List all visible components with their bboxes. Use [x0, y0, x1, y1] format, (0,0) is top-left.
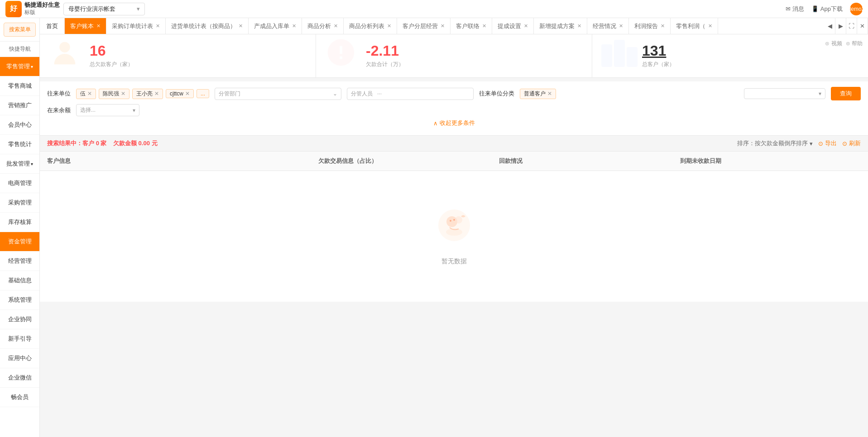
remove-tag-wu[interactable]: ✕ — [87, 90, 92, 97]
filter-tag-chen: 陈民强 ✕ — [99, 89, 129, 99]
empty-text: 暂无数据 — [441, 257, 467, 266]
export-button[interactable]: ⊙ 导出 — [818, 139, 837, 147]
message-button[interactable]: ✉ 消息 — [786, 5, 804, 13]
app-download-button[interactable]: 📱 App下载 — [811, 5, 843, 13]
close-tab-goods-analysis-list[interactable]: ✕ — [387, 23, 391, 29]
remove-tag-wang[interactable]: ✕ — [154, 90, 159, 97]
tab-bar: 首页 客户账本 ✕ 采购订单统计表 ✕ 进货单统计表（按商品） ✕ 产成品入库单… — [40, 18, 868, 34]
tab-maximize[interactable]: ⛶ — [846, 18, 857, 34]
main-layout: 搜索菜单 快捷导航 零售管理 ▾ 零售商城 营销推广 会员中心 零售统计 批发管… — [0, 18, 868, 437]
collapse-button[interactable]: ∧ 收起更多条件 — [47, 116, 861, 130]
category-filter-label: 往来单位分类 — [479, 90, 514, 98]
close-tab-retail-profit[interactable]: ✕ — [708, 23, 712, 29]
logo-area: 好 畅捷通好生意 标版 — [5, 1, 60, 17]
sidebar-item-system[interactable]: 系统管理 — [0, 290, 39, 310]
tab-new-commission[interactable]: 新增提成方案 ✕ — [534, 18, 587, 34]
video-help-button[interactable]: ⊙ 视频 — [825, 40, 842, 48]
person-select[interactable]: 分管人员 ··· — [347, 88, 474, 100]
tab-goods-analysis-list[interactable]: 商品分析列表 ✕ — [344, 18, 397, 34]
sidebar-item-wholesale[interactable]: 批发管理 ▾ — [0, 154, 39, 174]
tab-scroll-right[interactable]: ▶ — [835, 18, 846, 34]
close-tab-goods-analysis[interactable]: ✕ — [334, 23, 338, 29]
store-selector[interactable]: 母婴行业演示帐套 ▾ — [63, 3, 145, 15]
close-tab-commission[interactable]: ✕ — [524, 23, 528, 29]
result-bar: 搜索结果中：客户 0 家 欠款金额 0.00 元 排序：按欠款金额倒序排序 ▾ … — [40, 136, 868, 152]
close-tab-customer-contact[interactable]: ✕ — [482, 23, 486, 29]
close-tab-new-commission[interactable]: ✕ — [577, 23, 581, 29]
sort-button[interactable]: 排序：按欠款金额倒序排序 ▾ — [737, 139, 813, 147]
tab-home[interactable]: 首页 — [40, 18, 65, 34]
help-button[interactable]: ⊙ 帮助 — [846, 40, 863, 48]
stat-label-total: 总客户（家） — [642, 61, 675, 68]
tab-customer-contact[interactable]: 客户联络 ✕ — [451, 18, 492, 34]
result-info: 搜索结果中：客户 0 家 欠款金额 0.00 元 — [47, 139, 158, 147]
tab-profit-report[interactable]: 利润报告 ✕ — [629, 18, 671, 34]
tab-goods-stats[interactable]: 进货单统计表（按商品） ✕ — [166, 18, 249, 34]
message-icon: ✉ — [786, 5, 791, 12]
sort-icon: ▾ — [810, 140, 813, 147]
tab-production[interactable]: 产成品入库单 ✕ — [249, 18, 302, 34]
dept-select[interactable]: 分管部门 ⌄ — [215, 88, 341, 100]
tab-scroll-left[interactable]: ◀ — [825, 18, 835, 34]
stat-label-customers: 总欠款客户（家） — [90, 61, 133, 68]
chevron-down-icon-wholesale: ▾ — [31, 162, 33, 166]
filter-row-1: 往来单位 伍 ✕ 陈民强 ✕ 王小亮 ✕ — [47, 87, 861, 100]
sidebar-item-app-center[interactable]: 应用中心 — [0, 349, 39, 368]
remove-tag-chen[interactable]: ✕ — [121, 90, 125, 97]
tab-purchase-stats[interactable]: 采购订单统计表 ✕ — [106, 18, 166, 34]
stat-label-amount: 欠款合计（万） — [366, 61, 404, 68]
sidebar-item-enterprise[interactable]: 企业协同 — [0, 310, 39, 329]
category-dropdown[interactable]: ▾ — [744, 88, 825, 99]
close-tab-business[interactable]: ✕ — [619, 23, 623, 29]
chevron-up-icon: ∧ — [433, 120, 438, 127]
close-tab-customer-layer[interactable]: ✕ — [441, 23, 445, 29]
query-button[interactable]: 查询 — [831, 87, 861, 100]
tab-close-all[interactable]: ✕ — [857, 18, 868, 34]
top-bar: 好 畅捷通好生意 标版 母婴行业演示帐套 ▾ ✉ 消息 📱 App下载 demo… — [0, 0, 868, 18]
sidebar-item-basic-info[interactable]: 基础信息 — [0, 271, 39, 290]
sidebar-item-retail-mall[interactable]: 零售商城 — [0, 76, 39, 96]
sidebar-item-ecommerce[interactable]: 电商管理 — [0, 174, 39, 193]
stat-info-amount: -2.11 欠款合计（万） — [366, 43, 404, 68]
filter-tag-wang-text: 王小亮 — [136, 90, 153, 98]
sidebar-item-retail-management[interactable]: 零售管理 ▾ — [0, 57, 39, 76]
tab-customer-ledger[interactable]: 客户账本 ✕ — [65, 18, 106, 34]
stat-card-amount: -2.11 欠款合计（万） — [316, 34, 592, 77]
remove-tag-cj[interactable]: ✕ — [185, 90, 190, 97]
tab-customer-layer[interactable]: 客户分层经营 ✕ — [397, 18, 451, 34]
close-tab-production[interactable]: ✕ — [292, 23, 296, 29]
remainder-select[interactable]: 选择... ▾ — [76, 104, 139, 116]
filter-tag-more[interactable]: ... — [197, 89, 209, 98]
remove-tag-normal[interactable]: ✕ — [547, 90, 552, 97]
close-tab-customer-ledger[interactable]: ✕ — [96, 23, 101, 29]
sidebar-item-purchase[interactable]: 采购管理 — [0, 193, 39, 213]
table-container: 客户信息 欠款交易信息（占比） 回款情况 到期未收款日期 — [40, 152, 868, 302]
empty-icon — [436, 207, 472, 252]
col-customer-info: 客户信息 — [47, 157, 318, 165]
sidebar-item-marketing[interactable]: 营销推广 — [0, 96, 39, 115]
svg-point-9 — [453, 219, 455, 221]
tab-business[interactable]: 经营情况 ✕ — [587, 18, 629, 34]
refresh-button[interactable]: ⊙ 刷新 — [842, 139, 861, 147]
sidebar-item-wechat[interactable]: 企业微信 — [0, 368, 39, 388]
close-tab-goods-stats[interactable]: ✕ — [239, 23, 243, 29]
avatar[interactable]: demo2 — [850, 3, 863, 15]
filter-tag-wu-text: 伍 — [80, 90, 86, 98]
sidebar-item-inventory[interactable]: 库存核算 — [0, 213, 39, 232]
tab-retail-profit[interactable]: 零售利润（ ✕ — [671, 18, 718, 34]
sidebar-item-retail-stats[interactable]: 零售统计 — [0, 135, 39, 154]
sidebar-item-member[interactable]: 畅会员 — [0, 388, 39, 407]
top-bar-right: ✉ 消息 📱 App下载 demo2 — [786, 3, 863, 15]
tab-commission-settings[interactable]: 提成设置 ✕ — [492, 18, 534, 34]
sidebar-item-guide[interactable]: 新手引导 — [0, 329, 39, 349]
sidebar-item-finance[interactable]: 资金管理 — [0, 232, 39, 252]
close-tab-purchase-stats[interactable]: ✕ — [156, 23, 160, 29]
tab-goods-analysis[interactable]: 商品分析 ✕ — [302, 18, 344, 34]
stat-number-amount: -2.11 — [366, 43, 404, 58]
close-tab-profit-report[interactable]: ✕ — [661, 23, 665, 29]
page-content: 16 总欠款客户（家） -2.11 欠款合计（万） — [40, 34, 868, 437]
sidebar-item-member-center[interactable]: 会员中心 — [0, 115, 39, 135]
quick-nav-button[interactable]: 快捷导航 — [0, 42, 39, 57]
search-menu-button[interactable]: 搜索菜单 — [4, 23, 36, 37]
sidebar-item-operations[interactable]: 经营管理 — [0, 252, 39, 271]
